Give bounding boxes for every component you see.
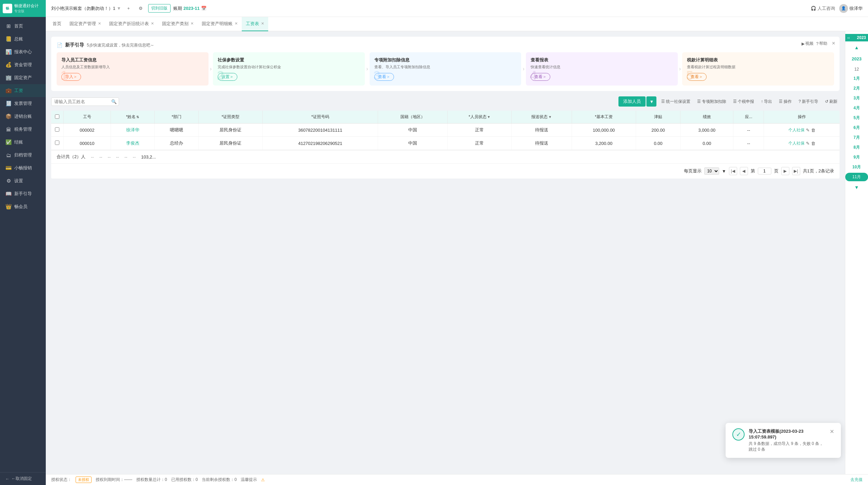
search-icon[interactable]: 🔍 xyxy=(111,99,117,104)
tab-ledger-close[interactable]: ✕ xyxy=(235,21,238,26)
tab-depreciation[interactable]: 固定资产折旧统计表 ✕ xyxy=(105,17,158,31)
row1-checkbox[interactable] xyxy=(55,127,59,132)
user-menu[interactable]: 👤 徐泽华 xyxy=(839,4,863,13)
funds-icon: 💰 xyxy=(5,62,12,68)
add-person-dropdown[interactable]: ▼ xyxy=(646,96,656,107)
sidebar-item-payroll[interactable]: 💼 工资 xyxy=(0,84,46,97)
toolbar-operations[interactable]: ☰ 操作 xyxy=(777,97,794,106)
per-page-select[interactable]: 10 20 50 xyxy=(704,167,719,175)
toast-close-button[interactable]: ✕ xyxy=(830,428,834,435)
sidebar-item-report[interactable]: 📊 报表中心 xyxy=(0,45,46,58)
settings-button[interactable]: ⚙ xyxy=(136,4,145,13)
tab-fixed-assets[interactable]: 固定资产管理 ✕ xyxy=(65,17,105,31)
sidebar-item-archive[interactable]: 🗂 归档管理 xyxy=(0,149,46,162)
td-name-2[interactable]: 李俊杰 xyxy=(111,137,154,150)
next-year-button[interactable]: ▼ xyxy=(854,184,860,191)
toolbar-newbie-guide[interactable]: ? 新手引导 xyxy=(796,97,820,106)
emp-name-link-1[interactable]: 徐泽华 xyxy=(126,127,139,132)
sidebar-item-inventory[interactable]: 📦 进销台账 xyxy=(0,110,46,123)
sidebar-item-guide[interactable]: 📖 新手引导 xyxy=(0,187,46,200)
tab-category[interactable]: 固定资产类别 ✕ xyxy=(158,17,198,31)
tab-home[interactable]: 首页 xyxy=(48,17,65,31)
tab-payroll[interactable]: 工资表 ✕ xyxy=(242,17,268,31)
th-performance: 绩效 xyxy=(680,111,733,124)
prev-page-button[interactable]: ◀ xyxy=(740,167,748,175)
period-selector[interactable]: 账期 2023-11 📅 xyxy=(173,5,206,12)
month-7[interactable]: 7月 xyxy=(845,133,868,142)
delete-icon-1[interactable]: 🗑 xyxy=(811,128,815,133)
tab-category-close[interactable]: ✕ xyxy=(191,21,194,26)
account-dropdown-icon[interactable]: ▼ xyxy=(117,6,121,11)
sidebar-item-member[interactable]: 👑 畅会员 xyxy=(0,200,46,213)
td-checkbox-1[interactable] xyxy=(51,124,63,137)
collapse-icon[interactable]: ‹‹ xyxy=(847,36,850,40)
tab-ledger[interactable]: 固定资产明细账 ✕ xyxy=(198,17,242,31)
sidebar-item-fixed-assets[interactable]: 🏢 固定资产 xyxy=(0,71,46,84)
add-person-button[interactable]: 添加人员 xyxy=(618,96,646,107)
month-9[interactable]: 9月 xyxy=(845,153,868,162)
unpin-button[interactable]: ← ←取消固定 xyxy=(0,472,46,485)
guide-video-link[interactable]: ▶ 视频 xyxy=(802,41,813,46)
version-toggle-button[interactable]: 切到旧版 xyxy=(148,4,171,13)
month-3[interactable]: 3月 xyxy=(845,94,868,102)
tab-payroll-close[interactable]: ✕ xyxy=(261,21,264,26)
toast-success-icon: ✓ xyxy=(732,428,745,441)
td-checkbox-2[interactable] xyxy=(51,137,63,150)
th-name[interactable]: *姓名 ⇅ xyxy=(111,111,154,124)
personal-social-security-btn-2[interactable]: 个人社保 xyxy=(788,141,805,146)
personal-social-security-btn-1[interactable]: 个人社保 xyxy=(788,127,805,133)
toolbar-export[interactable]: ↑ 导出 xyxy=(759,97,774,106)
sidebar-item-tax-label: 税务管理 xyxy=(14,126,32,132)
last-page-button[interactable]: ▶| xyxy=(792,167,800,175)
sidebar-item-expense[interactable]: 💳 小畅报销 xyxy=(0,162,46,174)
toolbar-refresh[interactable]: ↺ 刷新 xyxy=(823,97,840,106)
toolbar-social-security[interactable]: ☰ 统一社保设置 xyxy=(659,97,692,106)
sidebar-item-tax[interactable]: 🏛 税务管理 xyxy=(0,123,46,136)
td-name-1[interactable]: 徐泽华 xyxy=(111,124,154,137)
account-selector[interactable]: 刘小艳演示账套（勿删勿动！）1 ▼ xyxy=(51,5,121,12)
delete-icon-2[interactable]: 🗑 xyxy=(811,141,815,146)
tab-fixed-assets-close[interactable]: ✕ xyxy=(98,21,101,26)
emp-name-link-2[interactable]: 李俊杰 xyxy=(126,141,139,146)
th-send-status[interactable]: 报送状态 ▼ xyxy=(511,111,572,124)
search-input[interactable] xyxy=(54,99,111,104)
step-arrow-3: › xyxy=(521,66,526,72)
sidebar-item-closeout[interactable]: ✅ 结账 xyxy=(0,136,46,149)
month-5[interactable]: 5月 xyxy=(845,114,868,122)
row2-checkbox[interactable] xyxy=(55,141,59,145)
sidebar-item-funds[interactable]: 💰 资金管理 xyxy=(0,58,46,71)
guide-close-button[interactable]: ✕ xyxy=(832,41,835,46)
month-8[interactable]: 8月 xyxy=(845,143,868,152)
toolbar-tax-report[interactable]: ☰ 个税申报 xyxy=(731,97,756,106)
month-4[interactable]: 4月 xyxy=(845,104,868,112)
service-button[interactable]: 🎧 人工咨询 xyxy=(811,5,835,12)
edit-icon-2[interactable]: ✎ xyxy=(806,141,810,146)
sidebar-item-settings[interactable]: ⚙ 设置 xyxy=(0,174,46,187)
prev-year-button[interactable]: ▲ xyxy=(854,44,860,51)
archive-icon: 🗂 xyxy=(5,152,12,158)
sidebar-item-ledger[interactable]: 📒 总账 xyxy=(0,33,46,45)
month-1[interactable]: 1月 xyxy=(845,74,868,83)
first-page-button[interactable]: |◀ xyxy=(729,167,737,175)
month-11[interactable]: 11月 xyxy=(845,173,868,181)
charge-link[interactable]: 去充值 xyxy=(850,477,863,483)
select-all-checkbox[interactable] xyxy=(55,114,59,119)
remaining-label: 当前剩余授权数：0 xyxy=(202,477,237,483)
th-person-status[interactable]: *人员状态 ▼ xyxy=(448,111,511,124)
edit-icon-1[interactable]: ✎ xyxy=(806,128,810,133)
sidebar-item-invoices[interactable]: 🧾 发票管理 xyxy=(0,97,46,110)
next-page-button[interactable]: ▶ xyxy=(781,167,789,175)
toolbar-special-deduction[interactable]: ☰ 专项附加扣除 xyxy=(695,97,728,106)
expense-icon: 💳 xyxy=(5,165,12,171)
month-2[interactable]: 2月 xyxy=(845,84,868,93)
th-checkbox[interactable] xyxy=(51,111,63,124)
month-10[interactable]: 10月 xyxy=(845,163,868,171)
add-account-button[interactable]: + xyxy=(124,4,133,13)
tab-depreciation-close[interactable]: ✕ xyxy=(151,21,154,26)
month-12[interactable]: 12 xyxy=(845,66,868,73)
page-number-input[interactable] xyxy=(758,168,771,174)
sidebar-logo: 畅 畅捷通好会计 专业版 xyxy=(0,0,46,17)
month-6[interactable]: 6月 xyxy=(845,124,868,132)
guide-help-link[interactable]: ? 帮助 xyxy=(816,41,827,46)
sidebar-item-home[interactable]: ⊞ 首页 xyxy=(0,20,46,33)
